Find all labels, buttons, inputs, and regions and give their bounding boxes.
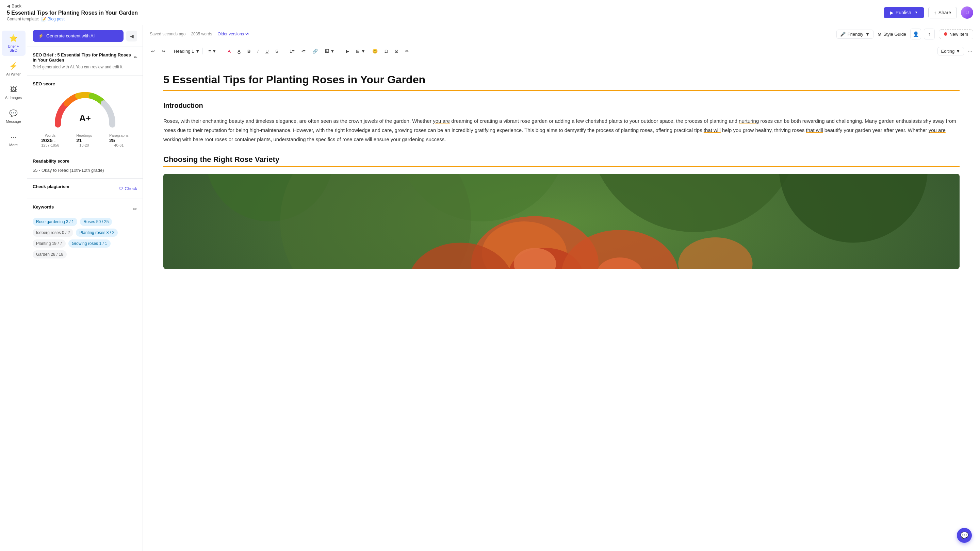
back-button[interactable]: ◀ Back xyxy=(7,3,138,8)
keywords-section: Keywords ✏ Rose gardening 3 / 1 Roses 50… xyxy=(27,199,143,264)
generate-content-button[interactable]: ⚡ Generate content with AI xyxy=(33,30,124,42)
icon-sidebar: ⭐ Brief + SEO ⚡ AI Writer 🖼 AI Images 💬 … xyxy=(0,25,27,551)
template-prefix: Content template: xyxy=(7,17,39,21)
more-format-button[interactable]: ··· xyxy=(966,46,975,56)
sidebar-item-message[interactable]: 💬 Message xyxy=(2,106,25,127)
edit-brief-icon[interactable]: ✏ xyxy=(134,55,137,60)
sidebar-item-label: AI Images xyxy=(5,95,22,100)
undo-button[interactable]: ↩ xyxy=(148,46,158,56)
style-guide-button[interactable]: ⊙ Style Guide xyxy=(878,32,906,37)
ai-writer-icon: ⚡ xyxy=(9,62,18,70)
italic-button[interactable]: I xyxy=(255,46,261,56)
publish-button[interactable]: ▶ Publish ▼ xyxy=(884,7,924,18)
play-button[interactable]: ▶ xyxy=(343,46,352,56)
edit-keywords-button[interactable]: ✏ xyxy=(133,206,137,212)
eye-icon: 👁 xyxy=(245,32,250,37)
section2-heading[interactable]: Choosing the Right Rose Variety xyxy=(163,155,959,167)
lightning-icon: ⚡ xyxy=(38,33,43,38)
editor-area: Saved seconds ago 2035 words Older versi… xyxy=(143,25,980,551)
keyword-badge-roses: Roses 50 / 25 xyxy=(80,218,112,226)
collapse-panel-button[interactable]: ◀ xyxy=(126,30,137,41)
back-chevron-icon: ◀ xyxy=(7,3,10,8)
emoji-button[interactable]: 😊 xyxy=(369,46,380,56)
keywords-label: Keywords xyxy=(33,205,54,210)
page-title: 5 Essential Tips for Planting Roses in Y… xyxy=(7,10,138,16)
chevron-left-icon: ◀ xyxy=(130,33,134,39)
table-button[interactable]: ⊞ ▼ xyxy=(353,46,368,56)
highlight-button[interactable]: A̲ xyxy=(235,46,243,56)
align-button[interactable]: ≡ ▼ xyxy=(205,46,219,56)
sidebar-item-ai-writer[interactable]: ⚡ AI Writer xyxy=(2,59,25,79)
check-label: Check xyxy=(124,186,137,191)
share-icon-button[interactable]: ↑ xyxy=(924,29,935,40)
template-name: Blog post xyxy=(48,17,65,21)
sidebar-item-label: Message xyxy=(6,119,21,124)
heading-caret-icon: ▼ xyxy=(195,49,200,54)
sidebar-item-ai-images[interactable]: 🖼 AI Images xyxy=(2,82,25,103)
bold-button[interactable]: B xyxy=(245,46,253,56)
template-badge[interactable]: 📝 Blog post xyxy=(41,17,65,21)
headings-label: Headings xyxy=(76,133,92,137)
heading-selector[interactable]: Heading 1 ▼ xyxy=(174,49,200,54)
words-value: 2035 ↓ xyxy=(41,137,59,143)
chat-bubble-button[interactable]: 💬 xyxy=(957,528,972,543)
new-item-button[interactable]: New Item xyxy=(939,29,973,39)
ordered-list-button[interactable]: 1≡ xyxy=(287,46,298,56)
image-button[interactable]: 🖼 ▼ xyxy=(322,46,337,56)
highlight-you-are-2: you are xyxy=(929,127,946,133)
share-icon: ↑ xyxy=(934,10,937,15)
rose-image xyxy=(163,174,959,269)
highlight-that-will-2: that will xyxy=(806,127,823,133)
saved-status: Saved seconds ago xyxy=(150,32,185,37)
editing-mode-selector[interactable]: Editing ▼ xyxy=(937,47,964,56)
keywords-grid: Rose gardening 3 / 1 Roses 50 / 25 Icebe… xyxy=(33,218,137,259)
panel-header: ⚡ Generate content with AI ◀ xyxy=(27,25,143,47)
user-avatar[interactable]: U xyxy=(961,6,973,19)
readability-label: Readability score xyxy=(33,159,137,164)
shield-icon: 🛡 xyxy=(119,186,123,191)
redo-button[interactable]: ↪ xyxy=(159,46,168,56)
template-line: Content template: 📝 Blog post xyxy=(7,17,138,21)
keywords-header: Keywords ✏ xyxy=(33,205,137,214)
format-toolbar: ↩ ↪ Heading 1 ▼ ≡ ▼ A A̲ B I U S 1≡ •≡ 🔗… xyxy=(143,43,980,59)
readability-section: Readability score 55 - Okay to Read (10t… xyxy=(27,153,143,179)
toolbar-divider-4 xyxy=(284,48,284,54)
special-char-button[interactable]: Ω xyxy=(382,46,391,56)
older-versions-button[interactable]: Older versions 👁 xyxy=(218,32,249,37)
blog-icon: 📝 xyxy=(41,17,46,21)
intro-heading[interactable]: Introduction xyxy=(163,102,959,110)
editor-content[interactable]: 5 Essential Tips for Planting Roses in Y… xyxy=(143,59,980,551)
new-item-dot xyxy=(944,32,947,36)
article-title[interactable]: 5 Essential Tips for Planting Roses in Y… xyxy=(163,73,959,91)
check-plagiarism-button[interactable]: 🛡 Check xyxy=(119,186,137,191)
topbar-right: 🎤 Friendly ▼ ⊙ Style Guide 👤 ↑ xyxy=(837,29,973,40)
tone-selector[interactable]: 🎤 Friendly ▼ xyxy=(837,30,873,39)
tone-label: Friendly xyxy=(848,32,863,37)
seo-brief-section: SEO Brief : 5 Essential Tips for Plantin… xyxy=(27,47,143,76)
underline-button[interactable]: U xyxy=(263,46,271,56)
text-color-button[interactable]: A xyxy=(225,46,234,56)
generate-btn-label: Generate content with AI xyxy=(46,33,95,38)
sidebar-item-label: AI Writer xyxy=(6,72,21,76)
sidebar-item-brief-seo[interactable]: ⭐ Brief + SEO xyxy=(2,30,25,56)
panel-sidebar: ⚡ Generate content with AI ◀ SEO Brief :… xyxy=(27,25,143,551)
clear-format-button[interactable]: ⊠ xyxy=(392,46,401,56)
ai-images-icon: 🖼 xyxy=(10,86,17,94)
keyword-badge-iceberg-roses: Iceberg roses 0 / 2 xyxy=(33,229,73,237)
unordered-list-button[interactable]: •≡ xyxy=(299,46,308,56)
score-stats: Words 2035 ↓ 1237-1856 Headings 21 13-20… xyxy=(33,133,137,147)
share-button[interactable]: ↑ Share xyxy=(928,7,957,18)
keyword-badge-planting-roses: Planting roses 8 / 2 xyxy=(76,229,118,237)
link-button[interactable]: 🔗 xyxy=(310,46,321,56)
intro-paragraph[interactable]: Roses, with their enchanting beauty and … xyxy=(163,116,959,144)
comment-icon-button[interactable]: 👤 xyxy=(910,29,921,40)
sidebar-item-more[interactable]: ··· More xyxy=(2,130,25,150)
edit-icon-button[interactable]: ✏ xyxy=(402,46,412,56)
words-label: Words xyxy=(41,133,59,137)
seo-score-section: SEO score A+ xyxy=(27,76,143,153)
strikethrough-button[interactable]: S xyxy=(272,46,281,56)
older-versions-label: Older versions xyxy=(218,32,243,37)
image-placeholder xyxy=(163,174,959,269)
editor-topbar: Saved seconds ago 2035 words Older versi… xyxy=(143,25,980,43)
publish-label: Publish xyxy=(896,10,911,15)
